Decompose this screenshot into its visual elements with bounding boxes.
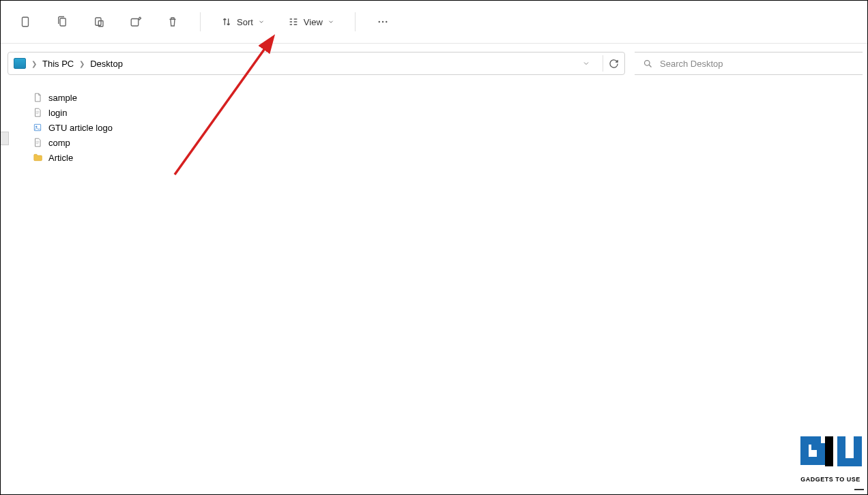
- breadcrumb-dropdown[interactable]: [578, 55, 594, 72]
- list-item[interactable]: sample: [32, 90, 237, 105]
- list-item[interactable]: comp: [32, 135, 237, 150]
- folder-icon: [32, 152, 43, 163]
- navigation-row: ❯ This PC ❯ Desktop: [1, 49, 867, 78]
- toolbar-divider: [200, 12, 201, 31]
- file-name: comp: [48, 138, 70, 148]
- chevron-down-icon: [258, 18, 265, 25]
- watermark-text: GADGETS TO USE: [800, 476, 860, 483]
- file-name: sample: [48, 93, 77, 103]
- document-icon: [32, 92, 43, 103]
- sort-dropdown[interactable]: Sort: [217, 14, 269, 30]
- new-button[interactable]: [14, 11, 36, 33]
- breadcrumb-current[interactable]: Desktop: [90, 59, 123, 69]
- search-icon: [643, 59, 653, 69]
- text-file-icon: [32, 137, 43, 148]
- svg-point-6: [382, 21, 384, 22]
- sort-label: Sort: [237, 17, 253, 27]
- file-name: login: [48, 108, 67, 118]
- svg-point-5: [378, 21, 379, 22]
- view-dropdown[interactable]: View: [284, 14, 338, 30]
- breadcrumb-root[interactable]: This PC: [42, 59, 74, 69]
- file-name: Article: [48, 153, 73, 163]
- svg-rect-1: [60, 18, 66, 26]
- search-bar[interactable]: [635, 52, 863, 75]
- rename-button[interactable]: [125, 11, 147, 33]
- chevron-right-icon: ❯: [79, 60, 85, 68]
- watermark: GADGETS TO USE: [799, 435, 862, 483]
- delete-button[interactable]: [162, 11, 184, 33]
- toolbar-divider: [355, 12, 356, 31]
- watermark-logo: [799, 435, 862, 475]
- chevron-right-icon: ❯: [31, 60, 37, 68]
- more-button[interactable]: [372, 11, 394, 33]
- paste-button[interactable]: [88, 11, 110, 33]
- left-collapsed-panel[interactable]: [1, 132, 9, 145]
- refresh-button[interactable]: [603, 55, 619, 72]
- svg-rect-4: [131, 19, 139, 27]
- svg-rect-13: [825, 436, 833, 466]
- svg-point-8: [645, 60, 650, 65]
- pc-icon: [14, 58, 26, 69]
- image-file-icon: [32, 122, 43, 133]
- search-input[interactable]: [660, 59, 854, 69]
- toolbar: Sort View: [1, 1, 867, 44]
- svg-rect-0: [23, 17, 29, 27]
- file-list: sample login GTU article logo comp Artic…: [1, 78, 867, 172]
- view-label: View: [304, 17, 323, 27]
- svg-point-10: [35, 126, 37, 127]
- chevron-down-icon: [328, 18, 334, 25]
- list-item[interactable]: login: [32, 105, 237, 120]
- breadcrumb[interactable]: ❯ This PC ❯ Desktop: [8, 52, 625, 75]
- copy-button[interactable]: [51, 11, 73, 33]
- list-item[interactable]: GTU article logo: [32, 120, 237, 135]
- list-item[interactable]: Article: [32, 150, 237, 165]
- text-file-icon: [32, 107, 43, 118]
- svg-point-7: [386, 21, 387, 22]
- resize-handle: [854, 489, 864, 490]
- file-name: GTU article logo: [48, 123, 113, 133]
